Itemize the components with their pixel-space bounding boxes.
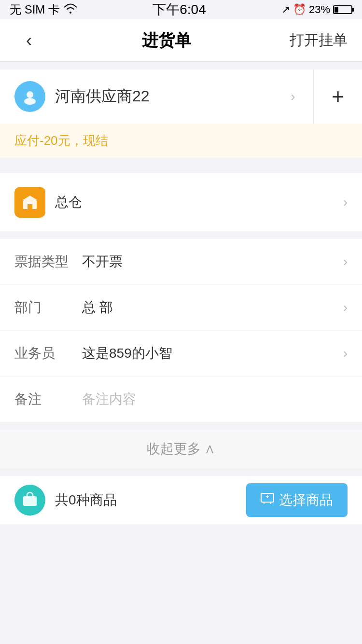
battery-icon	[333, 5, 352, 14]
remark-input[interactable]: 备注内容	[82, 390, 348, 408]
svg-rect-5	[23, 496, 37, 506]
warehouse-icon	[14, 187, 45, 218]
salesperson-label: 业务员	[14, 344, 82, 363]
carrier-label: 无 SIM 卡	[10, 2, 60, 17]
status-bar-time: 下午6:04	[153, 0, 206, 19]
department-label: 部门	[14, 298, 82, 317]
svg-rect-4	[28, 204, 32, 209]
supplier-select-row[interactable]: 河南供应商22 ›	[0, 70, 314, 124]
section-divider-1	[0, 62, 362, 70]
invoice-type-value: 不开票	[82, 252, 343, 271]
warehouse-section: 总仓 ›	[0, 173, 362, 231]
supplier-name: 河南供应商22	[55, 86, 287, 107]
department-chevron-icon: ›	[343, 300, 348, 315]
product-section: 共0种商品 选择商品	[0, 476, 362, 524]
nav-bar: ‹ 进货单 打开挂单	[0, 19, 362, 62]
product-count-label: 共0种商品	[55, 491, 237, 509]
salesperson-row[interactable]: 业务员 这是859的小智 ›	[0, 331, 362, 377]
section-divider-2	[0, 158, 362, 166]
svg-point-0	[27, 91, 33, 98]
salesperson-value: 这是859的小智	[82, 344, 343, 363]
notice-text: 应付-20元，现结	[14, 133, 108, 148]
invoice-type-chevron-icon: ›	[343, 254, 348, 269]
battery-percentage: 23%	[309, 3, 330, 16]
add-supplier-button[interactable]: +	[314, 70, 362, 124]
warehouse-name: 总仓	[55, 193, 343, 211]
salesperson-chevron-icon: ›	[343, 346, 348, 361]
product-icon	[14, 485, 45, 516]
location-icon: ↗	[281, 3, 290, 16]
collapse-button[interactable]: 收起更多 ∧	[0, 430, 362, 468]
select-product-label: 选择商品	[279, 491, 333, 509]
invoice-type-label: 票据类型	[14, 252, 82, 271]
remark-row[interactable]: 备注 备注内容	[0, 377, 362, 422]
department-row[interactable]: 部门 总 部 ›	[0, 285, 362, 331]
select-product-button[interactable]: 选择商品	[246, 483, 348, 517]
status-bar: 无 SIM 卡 下午6:04 ↗ ⏰ 23%	[0, 0, 362, 19]
supplier-section: 河南供应商22 › +	[0, 70, 362, 124]
form-section: 票据类型 不开票 › 部门 总 部 › 业务员 这是859的小智 › 备注 备注…	[0, 239, 362, 422]
svg-marker-3	[22, 196, 38, 200]
remark-label: 备注	[14, 390, 82, 408]
department-value: 总 部	[82, 298, 343, 317]
status-bar-right: ↗ ⏰ 23%	[281, 3, 352, 16]
wifi-icon	[64, 3, 77, 16]
page-title: 进货单	[142, 29, 191, 52]
warehouse-chevron-icon: ›	[343, 195, 348, 210]
back-button[interactable]: ‹	[14, 26, 43, 55]
select-product-icon	[261, 492, 274, 508]
invoice-type-row[interactable]: 票据类型 不开票 ›	[0, 239, 362, 285]
alarm-icon: ⏰	[293, 3, 306, 16]
status-bar-left: 无 SIM 卡	[10, 2, 77, 17]
supplier-chevron-icon: ›	[287, 91, 299, 102]
supplier-avatar	[14, 81, 45, 112]
svg-point-1	[24, 98, 36, 105]
warehouse-row[interactable]: 总仓 ›	[0, 173, 362, 231]
notice-bar: 应付-20元，现结	[0, 124, 362, 158]
open-pending-button[interactable]: 打开挂单	[290, 30, 348, 50]
